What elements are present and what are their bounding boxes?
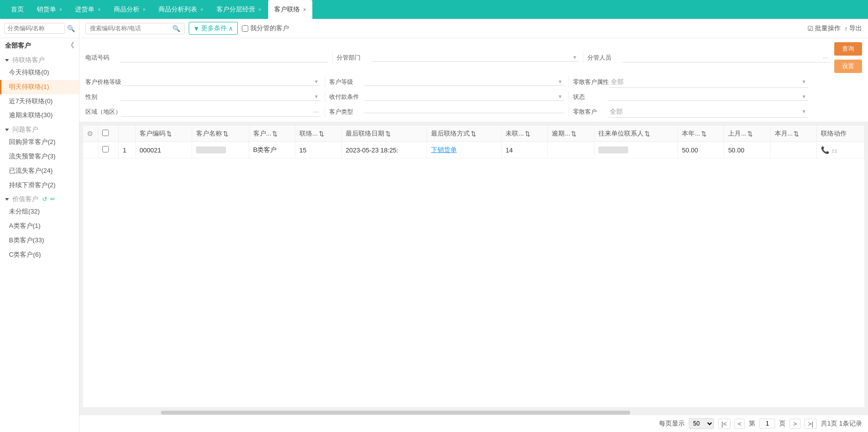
nav-customer-segmentation[interactable]: 客户分层经营 × [211, 0, 267, 19]
sidebar-item-overdue-contact[interactable]: 逾期未联络(30) [0, 108, 79, 123]
nav-sales-order[interactable]: 销货单 × [31, 0, 68, 19]
row-action-more-icon[interactable]: ⚏ [831, 146, 838, 154]
retail-customer-select[interactable]: 全部 ▼ [608, 106, 808, 118]
scrollbar-thumb[interactable] [161, 411, 631, 415]
filter-icon: ▼ [193, 25, 200, 32]
first-page-button[interactable]: |< [718, 419, 730, 429]
status-select[interactable]: ▼ [608, 93, 808, 101]
close-product-analysis-icon[interactable]: × [143, 6, 145, 12]
sidebar-item-class-c[interactable]: C类客户(6) [0, 248, 79, 262]
retail-customer-field: 零散客户 全部 ▼ [573, 106, 808, 118]
phone-input[interactable] [120, 53, 328, 63]
retail-attr-chevron-icon: ▼ [801, 79, 806, 84]
manager-select[interactable]: ··· [622, 53, 830, 63]
customer-price-select[interactable]: ▼ [121, 78, 321, 86]
sort-icon[interactable]: ⇅ [385, 130, 391, 138]
sidebar-item-tomorrow-contact[interactable]: 明天待联络(1) [0, 80, 79, 94]
sidebar-item-repurchase-anomaly[interactable]: 回购异常客户(2) [0, 135, 79, 149]
close-sales-order-icon[interactable]: × [59, 6, 62, 12]
row-select-checkbox[interactable] [102, 146, 109, 152]
search-input[interactable] [90, 25, 172, 32]
nav-product-analysis-list[interactable]: 商品分析列表 × [152, 0, 209, 19]
sidebar-item-class-b[interactable]: B类客户(33) [0, 233, 79, 248]
close-purchase-order-icon[interactable]: × [97, 6, 100, 12]
horizontal-scrollbar[interactable] [82, 411, 865, 415]
level-chevron-icon: ▼ [558, 79, 563, 84]
sidebar-item-class-a[interactable]: A类客户(1) [0, 219, 79, 233]
sort-icon[interactable]: ⇅ [166, 130, 172, 138]
dept-select[interactable]: ▼ [371, 54, 579, 62]
row-checkbox [98, 142, 119, 158]
sidebar-item-7day-contact[interactable]: 近7天待联络(0) [0, 94, 79, 109]
th-last-method: 最后联络方式⇅ [427, 126, 502, 142]
batch-operation-button[interactable]: ☑ 批量操作 [807, 24, 841, 33]
search-box: 🔍 [85, 23, 185, 34]
sidebar-item-declining[interactable]: 持续下滑客户(2) [0, 178, 79, 193]
search-icon[interactable]: 🔍 [172, 25, 180, 32]
area-select[interactable]: ··· [121, 107, 321, 117]
page-input[interactable] [759, 419, 775, 429]
sidebar-item-churned[interactable]: 已流失客户(24) [0, 164, 79, 178]
nav-home[interactable]: 首页 [5, 0, 30, 19]
next-page-button[interactable]: > [790, 419, 800, 429]
my-customers-checkbox[interactable] [242, 25, 248, 32]
sidebar-item-today-contact[interactable]: 今天待联络(0) [0, 66, 79, 80]
filter-button[interactable]: ▼ 更多条件 ∧ [189, 22, 238, 35]
value-expand-icon [5, 198, 9, 201]
nav-product-analysis[interactable]: 商品分析 × [108, 0, 151, 19]
refresh-icon[interactable]: ↺ [42, 196, 47, 203]
sort-icon[interactable]: ⇅ [272, 130, 278, 138]
collapse-icon[interactable]: 《 [67, 41, 74, 50]
sort-icon[interactable]: ⇅ [223, 130, 228, 138]
last-page-button[interactable]: >| [804, 419, 817, 429]
customer-level-select[interactable]: ▼ [364, 78, 565, 86]
customer-type-field: 客户类型 [329, 108, 565, 116]
problem-group-label: 问题客户 [0, 123, 79, 135]
customer-level-field: 客户等级 ▼ [329, 78, 565, 86]
payment-select[interactable]: ▼ [364, 93, 565, 101]
query-button[interactable]: 查询 [834, 42, 862, 56]
content-area: 🔍 ▼ 更多条件 ∧ 我分管的客户 ☑ 批量操作 ↑ 导出 [79, 19, 868, 432]
all-customers-header[interactable]: 全部客户 《 [0, 38, 79, 53]
sidebar-item-churn-warning[interactable]: 流失预警客户(3) [0, 149, 79, 164]
sidebar-item-unclassified[interactable]: 未分组(32) [0, 205, 79, 219]
close-customer-segmentation-icon[interactable]: × [258, 6, 261, 12]
sort-icon[interactable]: ⇅ [794, 130, 799, 138]
sort-icon[interactable]: ⇅ [319, 130, 324, 138]
retail-attr-select[interactable]: 全部 ▼ [609, 76, 808, 88]
gender-select[interactable]: ▼ [120, 93, 321, 101]
sidebar-search-icon[interactable]: 🔍 [67, 25, 75, 32]
sort-icon[interactable]: ⇅ [525, 130, 530, 138]
customer-type-select[interactable] [364, 111, 565, 113]
customer-table: ⚙ 客户编码⇅ 客户名称⇅ 客户...⇅ 联络...⇅ [83, 126, 865, 158]
select-all-checkbox[interactable] [102, 130, 109, 136]
area-more-icon: ··· [313, 108, 319, 115]
sidebar-search-input[interactable] [4, 23, 65, 34]
close-customer-contact-icon[interactable]: × [303, 6, 306, 12]
close-product-analysis-list-icon[interactable]: × [200, 6, 203, 12]
toolbar: 🔍 ▼ 更多条件 ∧ 我分管的客户 ☑ 批量操作 ↑ 导出 [79, 19, 868, 38]
divider-3 [325, 76, 325, 88]
row-type: B类客户 [249, 142, 295, 158]
filter-panel: 电话号码 分管部门 ▼ 分管人员 ··· [79, 38, 868, 122]
nav-customer-contact[interactable]: 客户联络 × [268, 0, 312, 19]
per-page-label: 每页显示 [659, 419, 685, 428]
prev-page-button[interactable]: < [734, 419, 745, 429]
export-button[interactable]: ↑ 导出 [845, 24, 863, 33]
page-label: 第 [749, 419, 755, 428]
per-page-select[interactable]: 50 100 200 [689, 418, 714, 429]
row-overdue [548, 142, 594, 158]
nav-purchase-order[interactable]: 进货单 × [69, 0, 106, 19]
row-action-call-icon[interactable]: 📞 [821, 146, 829, 154]
all-customers-label: 全部客户 [5, 41, 31, 50]
column-settings-icon[interactable]: ⚙ [87, 130, 93, 138]
sort-icon[interactable]: ⇅ [471, 130, 476, 138]
th-index [119, 126, 136, 142]
sort-icon[interactable]: ⇅ [747, 130, 753, 138]
sort-icon[interactable]: ⇅ [701, 130, 707, 138]
edit-icon[interactable]: ✏ [50, 196, 55, 203]
my-customers-checkbox-wrap: 我分管的客户 [242, 24, 289, 33]
sort-icon[interactable]: ⇅ [645, 130, 650, 138]
sort-icon[interactable]: ⇅ [571, 130, 577, 138]
set-button[interactable]: 设置 [834, 60, 862, 73]
